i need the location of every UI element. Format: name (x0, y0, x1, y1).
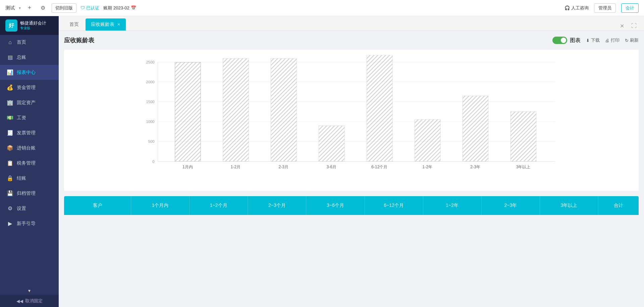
table-col-customer: 客户 (64, 196, 131, 215)
header-right-actions: 🎧 人工咨询 管理员 会计 (565, 3, 639, 13)
pin-icon: ◀◀ (16, 299, 23, 304)
svg-text:2000: 2000 (146, 80, 154, 84)
sidebar-item-guide[interactable]: ▶ 新手引导 (0, 216, 59, 231)
svg-text:1500: 1500 (146, 100, 154, 104)
report-header: 应收账龄表 图表 ⬇ 下载 🖨 打印 ↻ (64, 36, 639, 44)
table-col-3y-plus: 3年以上 (540, 196, 598, 215)
sidebar-item-label: 新手引导 (17, 221, 36, 227)
inventory-icon: 📦 (7, 145, 13, 151)
sidebar-item-asset[interactable]: 🏢 固定资产 (0, 95, 59, 110)
table-col-1m: 1个月内 (131, 196, 190, 215)
svg-text:2500: 2500 (146, 60, 154, 64)
table-col-2-3y: 2~3年 (482, 196, 540, 215)
asset-icon: 🏢 (7, 99, 13, 106)
home-icon: ⌂ (7, 39, 13, 45)
table-header: 客户 1个月内 1~2个月 2~3个月 3~6个月 6~12个月 1~2年 2~… (64, 196, 639, 215)
sidebar-item-report[interactable]: 📊 报表中心 (0, 65, 59, 80)
sidebar-scroll-down[interactable]: ▼ (0, 287, 59, 295)
logo-badge: 专业版 (20, 26, 46, 31)
table-col-3-6m: 3~6个月 (306, 196, 365, 215)
svg-rect-19 (415, 120, 440, 162)
svg-text:0: 0 (152, 160, 154, 164)
svg-text:1000: 1000 (146, 120, 154, 124)
sidebar-item-inventory[interactable]: 📦 进销台账 (0, 140, 59, 156)
headset-icon: 🎧 (565, 5, 570, 10)
old-version-button[interactable]: 切到旧版 (52, 3, 76, 13)
sidebar-item-label: 总账 (17, 54, 26, 60)
report-icon: 📊 (7, 69, 13, 76)
tab-home[interactable]: 首页 (64, 18, 84, 31)
sidebar-item-label: 进销台账 (17, 145, 36, 151)
expand-panel-button[interactable]: ⛶ (629, 21, 639, 31)
sidebar-item-label: 资金管理 (17, 85, 36, 91)
sidebar-item-close[interactable]: 🔒 结账 (0, 171, 59, 186)
svg-rect-20 (463, 96, 488, 162)
svg-rect-14 (175, 62, 201, 161)
svg-text:2-3月: 2-3月 (278, 165, 288, 169)
svg-rect-15 (223, 58, 249, 161)
company-chevron-icon[interactable]: ▾ (19, 6, 21, 10)
sidebar-item-label: 结账 (17, 175, 26, 181)
archive-icon: 💾 (7, 190, 13, 196)
accountant-button[interactable]: 会计 (621, 3, 639, 13)
chart-toggle-group: 图表 (552, 37, 581, 44)
sidebar-item-label: 归档管理 (17, 190, 36, 196)
svg-text:3-6月: 3-6月 (326, 165, 336, 169)
support-button[interactable]: 🎧 人工咨询 (565, 5, 589, 11)
sidebar-item-label: 报表中心 (17, 70, 36, 76)
close-panel-button[interactable]: ✕ (617, 21, 627, 31)
sidebar-item-archive[interactable]: 💾 归档管理 (0, 186, 59, 201)
table-col-6-12m: 6~12个月 (365, 196, 423, 215)
calendar-icon[interactable]: 📅 (131, 5, 136, 10)
svg-text:1月内: 1月内 (182, 165, 193, 169)
fund-icon: 💰 (7, 84, 13, 91)
sidebar-item-label: 首页 (17, 39, 26, 45)
svg-rect-21 (511, 112, 536, 161)
company-name[interactable]: 测试 (5, 5, 15, 11)
tab-aging[interactable]: 应收账龄表 ✕ (86, 18, 126, 31)
shield-icon: 🛡 (80, 5, 85, 10)
tab-close-icon[interactable]: ✕ (117, 22, 120, 27)
download-icon: ⬇ (586, 38, 590, 43)
table-col-2-3m: 2~3个月 (248, 196, 306, 215)
refresh-icon: ↻ (625, 38, 629, 43)
sidebar-item-invoice[interactable]: 🧾 发票管理 (0, 125, 59, 140)
sidebar-item-home[interactable]: ⌂ 首页 (0, 35, 59, 50)
sidebar-item-settings[interactable]: ⚙ 设置 (0, 201, 59, 216)
page-title: 应收账龄表 (64, 36, 94, 44)
svg-rect-17 (319, 126, 345, 161)
refresh-button[interactable]: ↻ 刷新 (625, 37, 639, 43)
top-header: 测试 ▾ + ⚙ 切到旧版 🛡 已认证 账期 2023-02 📅 🎧 人工咨询 … (0, 0, 644, 16)
logo-text-container: 畅捷通好会计 专业版 (20, 20, 46, 31)
sidebar-item-fund[interactable]: 💰 资金管理 (0, 80, 59, 95)
period-info: 账期 2023-02 📅 (103, 5, 136, 11)
table-col-1-2m: 1~2个月 (190, 196, 248, 215)
sidebar-item-label: 设置 (17, 206, 26, 212)
settings-icon[interactable]: ⚙ (38, 3, 48, 13)
chart-toggle[interactable] (552, 37, 567, 44)
sidebar: 好 畅捷通好会计 专业版 ⌂ 首页 ▤ 总账 📊 报表中心 💰 资金管理 (0, 16, 59, 307)
page-content: 应收账龄表 图表 ⬇ 下载 🖨 打印 ↻ (59, 31, 644, 307)
logo-text: 畅捷通好会计 (20, 20, 46, 26)
table-col-1-2y: 1~2年 (423, 196, 482, 215)
sidebar-item-salary[interactable]: 💵 工资 (0, 110, 59, 125)
ledger-icon: ▤ (7, 54, 13, 60)
sidebar-item-tax[interactable]: 📋 税务管理 (0, 156, 59, 171)
certified-badge: 🛡 已认证 (80, 5, 99, 11)
invoice-icon: 🧾 (7, 130, 13, 136)
sidebar-pin-button[interactable]: ◀◀ 取消固定 (0, 295, 59, 307)
chart-container: 0 500 1000 1500 2000 2500 (64, 50, 639, 191)
chart-toggle-label: 图表 (570, 37, 581, 44)
tab-actions: ✕ ⛶ (617, 21, 639, 31)
salary-icon: 💵 (7, 115, 13, 121)
sidebar-item-ledger[interactable]: ▤ 总账 (0, 50, 59, 65)
sidebar-nav: ⌂ 首页 ▤ 总账 📊 报表中心 💰 资金管理 🏢 固定资产 💵 工资 (0, 35, 59, 287)
print-button[interactable]: 🖨 打印 (605, 37, 620, 43)
table-col-total: 合计 (598, 196, 639, 215)
download-button[interactable]: ⬇ 下载 (586, 37, 600, 43)
svg-text:1-2年: 1-2年 (422, 165, 432, 169)
content-area: 首页 应收账龄表 ✕ ✕ ⛶ 应收账龄表 图表 (59, 16, 644, 307)
admin-button[interactable]: 管理员 (594, 3, 616, 13)
add-button[interactable]: + (25, 3, 34, 13)
close-period-icon: 🔒 (7, 175, 13, 181)
